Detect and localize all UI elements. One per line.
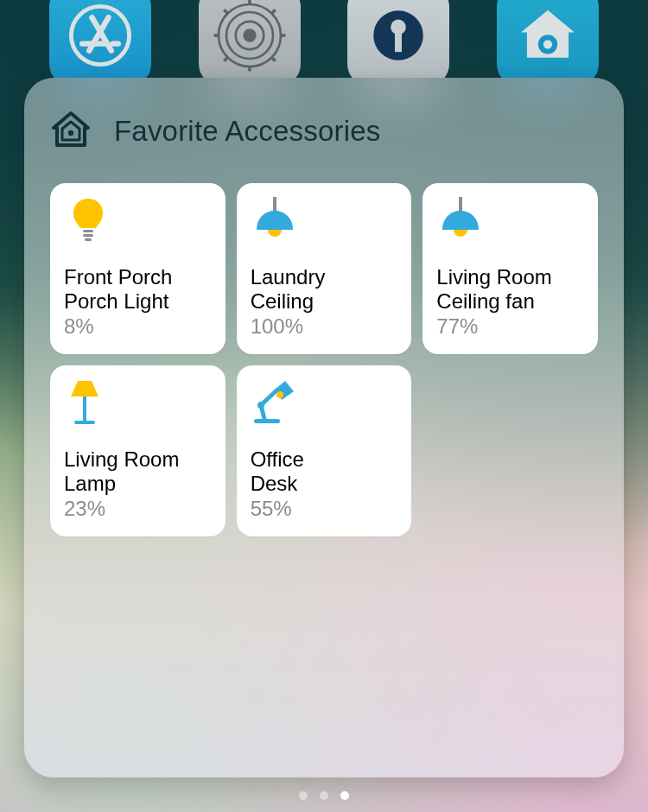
app-icon-1password (347, 0, 449, 86)
accessory-room: Living Room (64, 447, 212, 472)
svg-rect-27 (459, 197, 462, 211)
page-dot[interactable] (299, 791, 308, 800)
svg-rect-24 (83, 234, 93, 237)
page-indicator[interactable] (0, 791, 648, 800)
accessory-tile-living-room-lamp[interactable]: Living Room Lamp 23% (50, 365, 226, 536)
page-dot[interactable] (320, 791, 328, 800)
app-icon-home (497, 0, 599, 86)
accessory-tile-front-porch-light[interactable]: Front Porch Porch Light 8% (50, 183, 226, 354)
floor-lamp-icon (64, 377, 112, 426)
svg-line-16 (271, 10, 276, 13)
accessory-room: Living Room (436, 265, 584, 289)
home-icon (50, 109, 92, 154)
accessory-tile-laundry-ceiling[interactable]: Laundry Ceiling 100% (237, 183, 412, 354)
ceiling-lamp-icon (251, 195, 299, 244)
accessory-tile-living-room-ceiling-fan[interactable]: Living Room Ceiling fan 77% (422, 183, 598, 354)
svg-line-14 (271, 57, 276, 61)
page-dot-active[interactable] (340, 791, 349, 800)
desk-lamp-icon (251, 377, 299, 426)
accessories-grid: Front Porch Porch Light 8% Laundry Ceili… (50, 183, 598, 536)
svg-line-13 (224, 10, 228, 13)
ceiling-lamp-icon (436, 195, 485, 244)
app-icon-settings (199, 0, 301, 86)
widget-header: Favorite Accessories (50, 109, 598, 154)
home-screen-icons (0, 0, 648, 86)
svg-point-22 (68, 130, 73, 136)
accessory-value: 100% (251, 314, 398, 340)
bulb-icon (64, 195, 112, 244)
accessory-room: Laundry (251, 265, 398, 289)
app-icon-appstore (49, 0, 151, 86)
widget-panel: Favorite Accessories Front Porch Porch L… (24, 78, 624, 777)
svg-rect-31 (254, 419, 280, 423)
svg-point-32 (257, 402, 264, 409)
accessory-name: Desk (251, 472, 398, 496)
widget-title: Favorite Accessories (114, 115, 380, 148)
accessory-value: 23% (64, 496, 212, 523)
accessory-room: Office (251, 447, 398, 472)
accessory-name: Ceiling fan (436, 289, 584, 314)
accessory-value: 8% (64, 314, 212, 340)
accessory-value: 77% (436, 314, 584, 340)
accessory-name: Lamp (64, 472, 212, 496)
svg-rect-25 (85, 238, 92, 241)
accessory-name: Porch Light (64, 289, 212, 314)
svg-rect-26 (273, 197, 276, 211)
svg-rect-29 (74, 421, 95, 424)
svg-rect-19 (395, 31, 402, 52)
svg-point-8 (244, 30, 255, 41)
svg-rect-23 (83, 230, 93, 232)
accessory-value: 55% (251, 496, 398, 523)
svg-rect-28 (83, 396, 86, 421)
svg-line-15 (224, 57, 228, 61)
svg-point-21 (543, 40, 552, 48)
accessory-room: Front Porch (64, 265, 212, 289)
accessory-tile-office-desk[interactable]: Office Desk 55% (237, 365, 412, 536)
accessory-name: Ceiling (251, 289, 398, 314)
